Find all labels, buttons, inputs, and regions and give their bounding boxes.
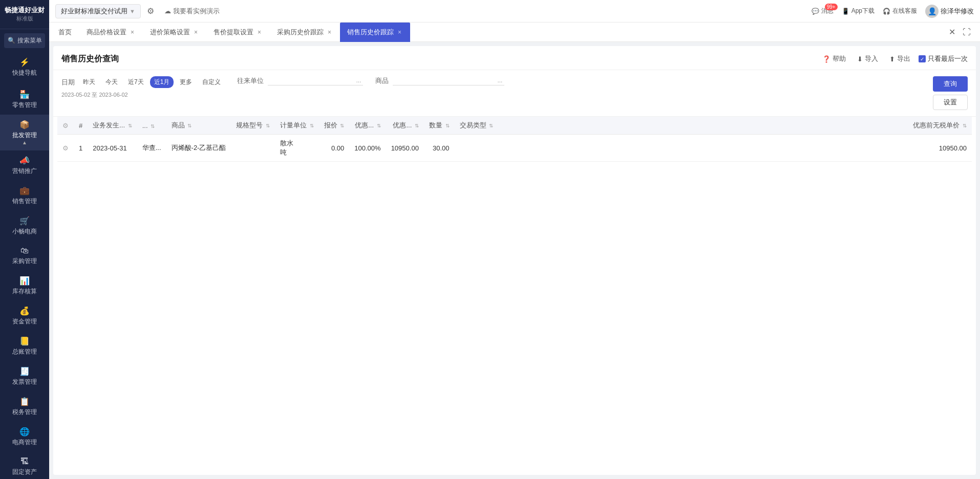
row-spec [231,135,275,162]
col-pretax[interactable]: 优惠前无税单价 ⇅ [908,117,972,135]
sidebar-item-tax[interactable]: 📋 税务管理 [0,391,49,422]
sidebar: 畅捷通好业财 标准版 🔍 搜索菜单 ⚡ 快捷导航 🏪 零售管理 📦 批发管理 ▲… [0,0,49,479]
close-tab-purchase-strategy[interactable]: × [193,29,199,36]
col-discount2-label: 优惠... [393,121,412,129]
import-label: 导入 [865,54,878,63]
module-settings-button[interactable]: ⚙ [145,4,156,18]
product-ellipsis-button[interactable]: ... [495,77,504,84]
online-service-button[interactable]: 🎧 在线客服 [883,7,917,15]
col-discount2[interactable]: 优惠... ⇅ [386,117,424,135]
app-download-label: App下载 [851,7,875,15]
sidebar-logo: 畅捷通好业财 标准版 [0,0,49,29]
col-discount1-label: 优惠... [355,121,374,129]
sidebar-item-retail[interactable]: 🏪 零售管理 [0,84,49,115]
table-row: ⚙ 1 2023-05-31 华查... 丙烯酸-2-乙基己酯 散水 吨 0.0… [57,135,972,162]
col-no: # [74,117,88,135]
col-extra[interactable]: ... ⇅ [137,117,166,135]
module-selector[interactable]: 好业财标准版交付试用 ▼ [55,4,141,18]
col-gear[interactable]: ⚙ [57,117,74,135]
tab-purchase-strategy[interactable]: 进价策略设置 × [143,23,206,42]
date-option-more[interactable]: 更多 [176,76,196,88]
export-label: 导出 [897,54,910,63]
row-spacer [498,135,908,162]
tab-sale-price[interactable]: 售价提取设置 × [206,23,270,42]
col-qty[interactable]: 数量 ⇅ [424,117,455,135]
sidebar-label-accounting: 总账管理 [12,347,37,356]
sidebar-item-accounting[interactable]: 📒 总账管理 [0,331,49,361]
source-ellipsis-button[interactable]: ... [354,77,363,84]
query-button[interactable]: 查询 [933,76,968,92]
row-extra: 华查... [137,135,166,162]
col-product[interactable]: 商品 ⇅ [166,117,231,135]
col-spec[interactable]: 规格型号 ⇅ [231,117,275,135]
messages-button[interactable]: 💬 消息 99+ [812,7,834,15]
col-discount1[interactable]: 优惠... ⇅ [349,117,386,135]
date-option-yesterday[interactable]: 昨天 [79,76,99,88]
row-discount2: 10950.00 [386,135,424,162]
sidebar-item-finance[interactable]: 💰 资金管理 [0,301,49,331]
sort-icon-product: ⇅ [187,123,191,128]
sort-icon-discount2: ⇅ [415,123,419,128]
col-txtype[interactable]: 交易类型 ⇅ [455,117,499,135]
tab-price-settings[interactable]: 商品价格设置 × [79,23,143,42]
col-unit[interactable]: 计量单位 ⇅ [275,117,319,135]
main-area: 好业财标准版交付试用 ▼ ⚙ ☁ 我要看实例演示 💬 消息 99+ 📱 App下… [49,0,980,479]
row-gear[interactable]: ⚙ [57,135,74,162]
finance-icon: 💰 [19,306,30,316]
help-label: 帮助 [833,54,846,63]
demo-link-label: 我要看实例演示 [173,7,220,16]
tab-sale-history[interactable]: 销售历史价跟踪 × [340,23,410,42]
assets-icon: 🏗 [20,457,29,466]
checkbox-checked-icon: ✓ [919,55,926,62]
close-tab-sale-price[interactable]: × [257,29,262,36]
app-download-button[interactable]: 📱 App下载 [842,7,875,15]
demo-link[interactable]: ☁ 我要看实例演示 [160,5,224,18]
tab-purchase-history[interactable]: 采购历史价跟踪 × [270,23,340,42]
date-filter-label: 日期 [61,78,75,87]
close-window-button[interactable]: ✕ [946,25,958,39]
sidebar-item-invoice[interactable]: 🧾 发票管理 [0,361,49,391]
row-txtype [455,135,499,162]
product-filter-label: 商品 [375,76,389,85]
logo-title: 畅捷通好业财 [5,6,45,15]
product-input[interactable] [393,76,495,84]
date-option-custom[interactable]: 自定义 [198,76,225,88]
tab-price-settings-label: 商品价格设置 [87,28,126,37]
help-button[interactable]: ❓ 帮助 [819,52,849,66]
close-tab-price-settings[interactable]: × [130,29,135,36]
date-option-today[interactable]: 今天 [101,76,122,88]
sidebar-item-ecommerce-small[interactable]: 🛒 小畅电商 [0,211,49,241]
table-header-row: ⚙ # 业务发生... ⇅ ... ⇅ 商品 ⇅ [57,117,972,135]
sidebar-item-ecommerce[interactable]: 🌐 电商管理 [0,422,49,452]
sidebar-item-quick-nav[interactable]: ⚡ 快捷导航 [0,52,49,82]
only-last-checkbox[interactable]: ✓ 只看最后一次 [919,54,968,63]
tab-purchase-strategy-label: 进价策略设置 [150,28,190,37]
search-menu-button[interactable]: 🔍 搜索菜单 [4,33,45,48]
chevron-down-icon: ▼ [130,8,135,14]
user-icon: 👤 [928,7,936,15]
date-option-last7[interactable]: 近7天 [124,76,148,88]
source-input[interactable] [268,76,354,84]
tab-home[interactable]: 首页 [51,23,79,42]
close-tab-purchase-history[interactable]: × [327,29,332,36]
settings-button[interactable]: 设置 [933,95,968,110]
topbar: 好业财标准版交付试用 ▼ ⚙ ☁ 我要看实例演示 💬 消息 99+ 📱 App下… [49,0,980,23]
col-price[interactable]: 报价 ⇅ [319,117,350,135]
maximize-window-button[interactable]: ⛶ [960,26,974,39]
sidebar-item-assets[interactable]: 🏗 固定资产 [0,452,49,479]
sidebar-item-purchase[interactable]: 🛍 采购管理 [0,241,49,271]
date-options: 昨天 今天 近7天 近1月 更多 自定义 [79,76,225,88]
date-option-last1m[interactable]: 近1月 [150,76,174,88]
user-menu[interactable]: 👤 徐泽华修改 [925,5,974,18]
col-date[interactable]: 业务发生... ⇅ [88,117,137,135]
sidebar-item-marketing[interactable]: 📣 营销推广 [0,150,49,181]
close-tab-sale-history[interactable]: × [397,29,402,36]
sidebar-item-sales[interactable]: 💼 销售管理 [0,181,49,211]
export-button[interactable]: ⬆ 导出 [886,52,913,66]
import-button[interactable]: ⬇ 导入 [854,52,881,66]
sidebar-item-wholesale[interactable]: 📦 批发管理 ▲ [0,115,49,150]
tabbar: 首页 商品价格设置 × 进价策略设置 × 售价提取设置 × 采购历史价跟踪 × … [49,23,980,42]
col-spacer [498,117,908,135]
sidebar-item-inventory[interactable]: 📊 库存核算 [0,271,49,301]
topbar-right: 💬 消息 99+ 📱 App下载 🎧 在线客服 👤 徐泽华修改 [812,5,974,18]
